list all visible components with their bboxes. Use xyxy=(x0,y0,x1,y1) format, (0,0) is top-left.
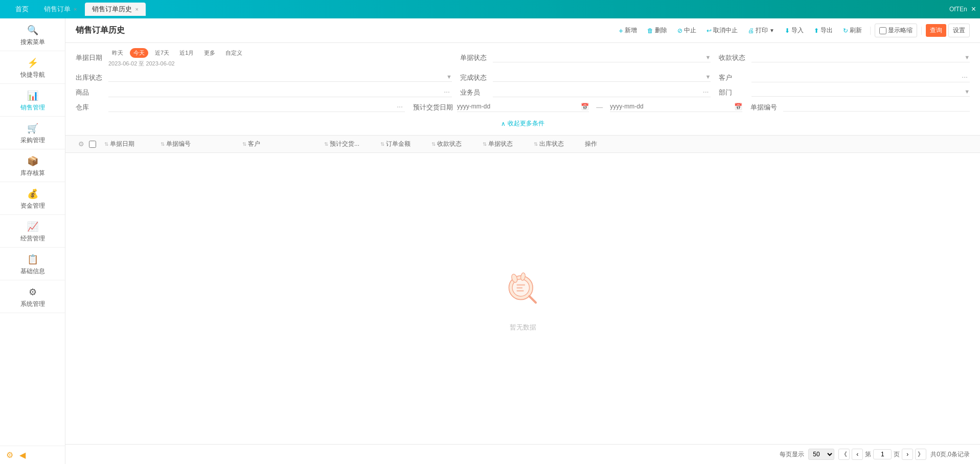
date-range-text: 2023-06-02 至 2023-06-02 xyxy=(108,60,452,68)
warehouse-input[interactable] xyxy=(108,103,393,110)
filter-control-customer[interactable]: ··· xyxy=(751,73,970,82)
filter-label-order-status: 单据状态 xyxy=(460,53,489,62)
th-out-status-sort-icon[interactable]: ⇅ xyxy=(534,141,538,147)
th-date-sort-icon[interactable]: ⇅ xyxy=(104,141,108,147)
filter-control-out-status[interactable]: ▼ xyxy=(108,73,452,82)
new-button[interactable]: + 新增 xyxy=(614,24,641,37)
export-button[interactable]: ⬆ 导出 xyxy=(810,24,837,37)
th-order-status-sort-icon[interactable]: ⇅ xyxy=(483,141,487,147)
order-status-input[interactable] xyxy=(493,54,703,61)
print-icon: 🖨 xyxy=(748,27,754,34)
select-all-checkbox[interactable] xyxy=(89,141,96,148)
delivery-end-input[interactable] xyxy=(610,103,732,110)
filter-control-delivery-end[interactable]: 📅 xyxy=(610,103,742,112)
refresh-label: 刷新 xyxy=(850,26,862,35)
customer-ellipsis-icon[interactable]: ··· xyxy=(960,73,970,81)
sidebar-item-label-basic-info: 基础信息 xyxy=(20,267,45,276)
th-num: ⇅ 单据编号 xyxy=(161,140,242,148)
tab-sales-order-history[interactable]: 销售订单历史 × xyxy=(85,3,145,16)
delivery-start-input[interactable] xyxy=(457,103,579,110)
complete-status-input[interactable] xyxy=(493,73,703,80)
next-page-button[interactable]: › xyxy=(902,449,913,460)
filter-control-salesman[interactable]: ··· xyxy=(493,87,711,97)
date-btn-more[interactable]: 更多 xyxy=(200,48,219,58)
sidebar-item-basic-info[interactable]: 📋 基础信息 xyxy=(0,248,65,280)
settings-gear-icon[interactable]: ⚙ xyxy=(78,140,84,148)
delete-button[interactable]: 🗑 删除 xyxy=(643,24,671,37)
sidebar-item-search-menu[interactable]: 🔍 搜索菜单 xyxy=(0,18,65,51)
sidebar-item-sales-mgmt[interactable]: 📊 销售管理 xyxy=(0,84,65,117)
delivery-date-separator: — xyxy=(593,103,606,111)
print-button[interactable]: 🖨 打印 ▼ xyxy=(744,24,779,37)
filter-control-complete-status[interactable]: ▼ xyxy=(493,73,711,82)
prev-page-button[interactable]: ‹ xyxy=(852,449,863,460)
th-num-sort-icon[interactable]: ⇅ xyxy=(161,141,165,147)
tab-home[interactable]: 首页 xyxy=(8,3,36,16)
last-page-button[interactable]: 》 xyxy=(915,449,926,460)
current-page-input[interactable] xyxy=(873,449,892,459)
filter-control-product[interactable]: ··· xyxy=(108,87,452,97)
import-button[interactable]: ⬇ 导入 xyxy=(781,24,808,37)
th-amount-sort-icon[interactable]: ⇅ xyxy=(380,141,384,147)
page-label-prefix: 第 xyxy=(865,450,871,459)
print-arrow-icon: ▼ xyxy=(769,28,774,33)
settings-button[interactable]: 设置 xyxy=(948,24,970,37)
sidebar-item-fund-mgmt[interactable]: 💰 资金管理 xyxy=(0,182,65,215)
filter-control-order-status[interactable]: ▼ xyxy=(493,54,711,62)
sidebar-item-label-fund-mgmt: 资金管理 xyxy=(20,202,45,210)
filter-item-date: 单据日期 昨天 今天 近7天 近1月 更多 自定义 2023-06-02 至 2… xyxy=(76,48,452,68)
filter-control-order-no[interactable] xyxy=(783,103,970,112)
display-col-checkbox[interactable] xyxy=(879,27,886,34)
filter-control-delivery-start[interactable]: 📅 xyxy=(457,103,589,112)
sidebar-collapse-icon[interactable]: ◀ xyxy=(19,450,26,460)
calendar-icon-end[interactable]: 📅 xyxy=(734,103,742,111)
sidebar-item-operation-mgmt[interactable]: 📈 经营管理 xyxy=(0,215,65,248)
order-no-input[interactable] xyxy=(783,103,970,110)
collapse-button[interactable]: ∧ 收起更多条件 xyxy=(76,117,970,130)
dept-input[interactable] xyxy=(751,88,962,95)
tab-sales-order[interactable]: 销售订单 × xyxy=(37,3,84,16)
pay-status-input[interactable] xyxy=(751,54,962,61)
product-input[interactable] xyxy=(108,88,440,95)
sidebar-item-purchase-mgmt[interactable]: 🛒 采购管理 xyxy=(0,117,65,149)
sidebar-item-quick-nav[interactable]: ⚡ 快捷导航 xyxy=(0,51,65,84)
date-btn-custom[interactable]: 自定义 xyxy=(222,48,246,58)
salesman-ellipsis-icon[interactable]: ··· xyxy=(701,87,711,96)
tab-home-label: 首页 xyxy=(15,5,29,14)
refresh-button[interactable]: ↻ 刷新 xyxy=(839,24,866,37)
th-amount: ⇅ 订单金额 xyxy=(380,140,431,148)
out-status-arrow-icon: ▼ xyxy=(446,74,452,80)
warehouse-ellipsis-icon[interactable]: ··· xyxy=(395,102,405,111)
close-all-icon[interactable]: × xyxy=(971,5,976,14)
filter-control-warehouse[interactable]: ··· xyxy=(108,102,405,112)
sidebar-item-inventory-check[interactable]: 📦 库存核算 xyxy=(0,149,65,182)
salesman-input[interactable] xyxy=(493,88,699,95)
sidebar-item-system-mgmt[interactable]: ⚙ 系统管理 xyxy=(0,280,65,313)
close-tab-sales-order-icon[interactable]: × xyxy=(74,6,77,12)
out-status-input[interactable] xyxy=(108,73,444,80)
filter-control-dept[interactable]: ▼ xyxy=(751,88,970,97)
display-col-btn[interactable]: 显示略缩 xyxy=(875,24,917,37)
export-icon: ⬆ xyxy=(814,27,819,34)
page-size-select[interactable]: 50 10 20 100 xyxy=(808,449,834,460)
first-page-button[interactable]: 《 xyxy=(838,449,850,460)
search-button[interactable]: 查询 xyxy=(926,24,946,37)
customer-input[interactable] xyxy=(751,73,958,80)
filter-label-product: 商品 xyxy=(76,88,104,97)
filter-control-pay-status[interactable]: ▼ xyxy=(751,54,970,62)
date-btn-7days[interactable]: 近7天 xyxy=(151,48,173,58)
th-delivery-sort-icon[interactable]: ⇅ xyxy=(324,141,328,147)
date-btn-yesterday[interactable]: 昨天 xyxy=(108,48,127,58)
th-amount-label: 订单金额 xyxy=(386,140,411,148)
date-btn-today[interactable]: 今天 xyxy=(130,48,148,58)
th-customer-sort-icon[interactable]: ⇅ xyxy=(242,141,246,147)
table-settings-button[interactable]: ⚙ xyxy=(74,140,89,148)
calendar-icon-start[interactable]: 📅 xyxy=(581,103,589,111)
th-pay-status-sort-icon[interactable]: ⇅ xyxy=(431,141,436,147)
date-btn-1month[interactable]: 近1月 xyxy=(176,48,197,58)
sidebar-settings-icon[interactable]: ⚙ xyxy=(6,450,13,460)
product-ellipsis-icon[interactable]: ··· xyxy=(442,87,452,96)
close-tab-history-icon[interactable]: × xyxy=(135,6,138,12)
stop-button[interactable]: ⊘ 中止 xyxy=(673,24,700,37)
cancel-stop-button[interactable]: ↩ 取消中止 xyxy=(702,24,742,37)
